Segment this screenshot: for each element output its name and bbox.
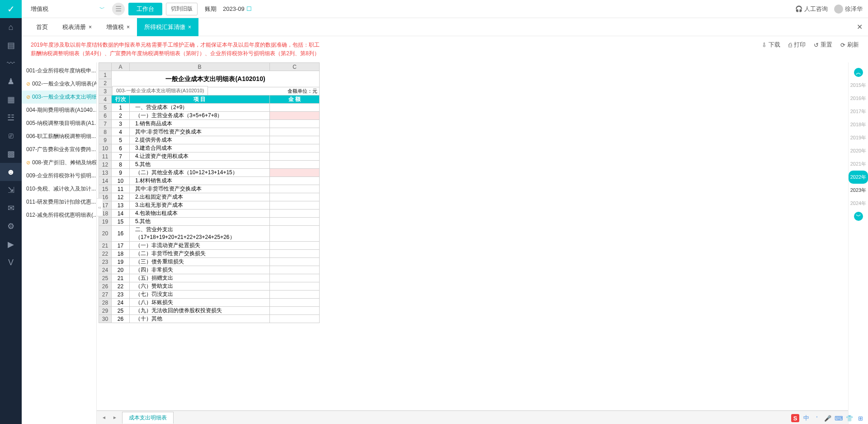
warn-icon: ⊘ [26, 160, 30, 166]
form-item-0[interactable]: 001-企业所得税年度纳税申... [22, 64, 96, 77]
year-2015年[interactable]: 2015年 [849, 79, 868, 92]
note-button[interactable]: ☰ [112, 3, 125, 15]
nav-v-icon[interactable]: V [0, 253, 22, 272]
year-2018年[interactable]: 2018年 [849, 118, 868, 131]
period-picker[interactable]: 2023-09 ☐ [223, 5, 252, 12]
tab-0[interactable]: 首页 [29, 18, 55, 36]
year-2017年[interactable]: 2017年 [849, 105, 868, 118]
sheet-next-icon[interactable]: ► [111, 415, 118, 420]
form-item-11[interactable]: 012-减免所得税优惠明细表(... [22, 209, 96, 222]
download-icon: ⇩ [762, 42, 767, 48]
form-item-7[interactable]: ⊘008-资产折旧、摊销及纳税... [22, 156, 96, 169]
year-2023年[interactable]: 2023年 [849, 184, 868, 197]
app-logo: ✓ [0, 0, 22, 18]
close-icon[interactable]: × [188, 24, 191, 30]
year-up-icon[interactable]: ︽ [854, 68, 863, 77]
nav-export-icon[interactable]: ⇲ [0, 181, 22, 199]
consult-link[interactable]: 🎧 人工咨询 [795, 5, 828, 13]
reset-icon: ↺ [814, 42, 819, 48]
year-2024年[interactable]: 2024年 [849, 197, 868, 210]
chevron-down-icon: ﹀ [99, 5, 105, 13]
sheet-prev-icon[interactable]: ◄ [100, 415, 108, 420]
ime-logo-icon[interactable]: S [791, 414, 799, 422]
refresh-button[interactable]: ⟳刷新 [840, 41, 859, 49]
nav-settings-icon[interactable]: ⚙ [0, 217, 22, 235]
refresh-icon: ⟳ [840, 42, 845, 48]
close-icon[interactable]: × [127, 24, 130, 30]
tax-type-select[interactable]: 增值税 ﹀ [27, 3, 108, 15]
collapse-handle[interactable]: ‹‹ [97, 198, 103, 216]
nav-report-icon[interactable]: ☳ [0, 109, 22, 127]
nav-doc-icon[interactable]: ▤ [0, 36, 22, 54]
topbar: 增值税 ﹀ ☰ 工作台 切到旧版 账期 2023-09 ☐ 🎧 人工咨询 徐泽华 [22, 0, 868, 18]
print-button[interactable]: ⎙打印 [788, 41, 806, 49]
ime-tool-icon[interactable]: ⊞ [856, 414, 864, 422]
left-nav: ✓ ⌂ ▤ 〰 ♟ ▦ ☳ ⎚ ▩ ☻ ⇲ ✉ ⚙ ▶ V [0, 0, 22, 424]
reset-button[interactable]: ↺重置 [814, 41, 832, 49]
ime-bar: S 中 ' 🎤 ⌨ 👕 ⊞ [791, 414, 864, 422]
close-all-tabs-icon[interactable]: ✕ [857, 23, 863, 31]
nav-home-icon[interactable]: ⌂ [0, 18, 22, 36]
nav-grid-icon[interactable]: ▩ [0, 145, 22, 163]
cell-name-box: 003-一般企业成本支出明细表(A102010) [112, 86, 208, 95]
year-2020年[interactable]: 2020年 [849, 144, 868, 157]
year-down-icon[interactable]: ︾ [854, 212, 863, 221]
form-item-9[interactable]: 010-免税、减计收入及加计... [22, 182, 96, 195]
form-item-10[interactable]: 011-研发费用加计扣除优惠... [22, 195, 96, 209]
year-rail: ︽ 2015年2016年2017年2018年2019年2020年2021年202… [848, 62, 868, 424]
spreadsheet-area[interactable]: 003-一般企业成本支出明细表(A102010) ABC1一般企业成本支出明细表… [97, 62, 868, 410]
tab-2[interactable]: 增值税× [99, 18, 137, 36]
form-item-3[interactable]: 004-期间费用明细表(A1040... [22, 104, 96, 117]
ime-lang-icon[interactable]: 中 [802, 414, 810, 422]
form-item-4[interactable]: 005-纳税调整项目明细表(A1... [22, 117, 96, 130]
workspace-button[interactable]: 工作台 [128, 3, 162, 15]
nav-form-icon[interactable]: ⎚ [0, 127, 22, 145]
form-item-8[interactable]: 009-企业所得税弥补亏损明... [22, 169, 96, 182]
form-item-6[interactable]: 007-广告费和业务宣传费跨... [22, 143, 96, 156]
year-2021年[interactable]: 2021年 [849, 157, 868, 171]
sheet-tab[interactable]: 成本支出明细表 [122, 412, 174, 424]
period-label: 账期 [205, 5, 217, 13]
avatar [834, 5, 843, 14]
warn-icon: ⊘ [26, 81, 30, 87]
warning-text: 2019年度涉及取以前年度结转数据的申报表单元格需要手工维护正确，才能保证本年及… [31, 41, 325, 58]
form-item-1[interactable]: ⊘002-一般企业收入明细表(A... [22, 77, 96, 91]
tab-3[interactable]: 所得税汇算清缴× [137, 18, 198, 36]
print-icon: ⎙ [788, 42, 792, 48]
nav-video-icon[interactable]: ▶ [0, 235, 22, 253]
form-item-5[interactable]: 006-职工薪酬纳税调整明细... [22, 130, 96, 143]
ime-mic-icon[interactable]: 🎤 [824, 414, 832, 422]
ime-keyboard-icon[interactable]: ⌨ [835, 414, 843, 422]
nav-list-icon[interactable]: ▦ [0, 91, 22, 109]
tab-1[interactable]: 税表清册× [55, 18, 99, 36]
user-menu[interactable]: 徐泽华 [834, 5, 863, 14]
year-2016年[interactable]: 2016年 [849, 92, 868, 105]
nav-chart-icon[interactable]: 〰 [0, 54, 22, 72]
year-2022年[interactable]: 2022年 [849, 171, 868, 184]
headset-icon: 🎧 [795, 5, 802, 12]
nav-tax-icon[interactable]: ☻ [0, 163, 22, 181]
year-2019年[interactable]: 2019年 [849, 131, 868, 144]
nav-bag-icon[interactable]: ♟ [0, 72, 22, 91]
download-button[interactable]: ⇩下载 [762, 41, 780, 49]
ime-skin-icon[interactable]: 👕 [845, 414, 854, 422]
ime-punct-icon[interactable]: ' [813, 414, 821, 422]
sheet-tabs: ◄ ► 成本支出明细表 [97, 410, 868, 424]
calendar-icon: ☐ [246, 5, 252, 12]
switch-old-button[interactable]: 切到旧版 [166, 3, 198, 15]
form-list: 001-企业所得税年度纳税申...⊘002-一般企业收入明细表(A...⊘003… [22, 62, 97, 424]
nav-inbox-icon[interactable]: ✉ [0, 199, 22, 217]
page-tabs: 首页税表清册×增值税×所得税汇算清缴× ✕ [22, 18, 868, 36]
warn-icon: ⊘ [26, 94, 30, 100]
form-item-2[interactable]: ⊘003-一般企业成本支出明细... [22, 91, 96, 104]
close-icon[interactable]: × [89, 24, 92, 30]
